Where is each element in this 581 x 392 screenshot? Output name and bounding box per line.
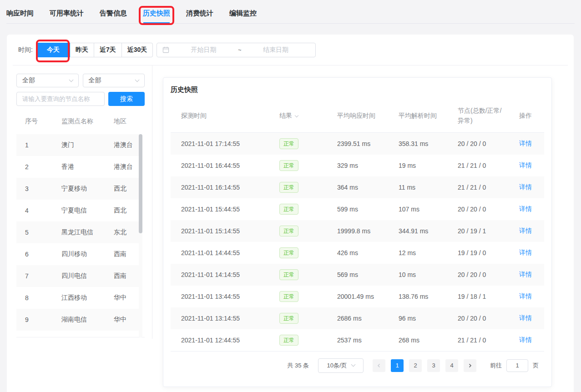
detail-link-inner[interactable]: 详情	[519, 249, 532, 256]
detail-link-inner[interactable]: 详情	[519, 292, 532, 300]
detail-link[interactable]: 详情	[509, 205, 544, 213]
node-row[interactable]: 1澳门港澳台	[16, 134, 141, 156]
probe-time: 2021-11-01 13:44:55	[171, 293, 269, 300]
probe-time: 2021-11-01 14:44:55	[171, 249, 269, 256]
node-counts: 19 / 18 / 1	[447, 293, 509, 300]
avg-resolve-time: 11 ms	[388, 184, 447, 191]
page-size-select[interactable]: 10条/页	[318, 358, 364, 373]
snapshot-row: 2021-11-01 13:14:55正常2686 ms96 ms20 / 20…	[171, 307, 544, 329]
detail-link-inner[interactable]: 详情	[519, 161, 532, 169]
node-counts: 20 / 19 / 1	[447, 227, 509, 235]
tab-edit-monitor[interactable]: 编辑监控	[229, 9, 257, 23]
snapshot-row: 2021-11-01 15:14:55正常19999.8 ms344.91 ms…	[171, 220, 544, 242]
node-index: 7	[25, 272, 61, 280]
end-date-placeholder[interactable]: 结束日期	[242, 46, 310, 54]
sort-caret-icon[interactable]	[295, 114, 298, 117]
page-button-2[interactable]: 2	[409, 359, 422, 372]
node-region: 东北	[114, 228, 141, 236]
detail-link-inner[interactable]: 详情	[519, 183, 532, 191]
snapshot-row: 2021-11-01 17:14:55正常2399.51 ms358.31 ms…	[171, 133, 544, 155]
tab-availability-stats[interactable]: 可用率统计	[50, 9, 84, 23]
tab-history-snapshot[interactable]: 历史快照	[143, 9, 170, 23]
avg-response-time: 2537 ms	[327, 337, 388, 344]
avg-response-time: 569 ms	[327, 271, 388, 278]
page-button-4[interactable]: 4	[445, 359, 458, 372]
avg-resolve-time: 107 ms	[388, 206, 447, 213]
page-button-3[interactable]: 3	[427, 359, 440, 372]
avg-response-time: 329 ms	[327, 162, 388, 169]
node-row[interactable]: 4宁夏电信西北	[16, 200, 141, 221]
status-badge-inner: 正常	[279, 226, 298, 236]
total-count: 共 35 条	[287, 362, 309, 370]
time-filter-row: 时间: 今天昨天近7天近30天 开始日期 ~ 结束日期	[13, 35, 568, 65]
node-name: 四川电信	[61, 272, 114, 280]
snapshot-col-3: 平均解析时间	[388, 111, 447, 121]
node-row[interactable]: 5黑龙江电信东北	[16, 221, 141, 243]
chevron-left-icon	[377, 363, 381, 368]
status-badge: 正常	[269, 247, 327, 258]
search-button[interactable]: 搜索	[108, 92, 145, 106]
goto-page-input[interactable]	[506, 359, 528, 372]
page-button-1[interactable]: 1	[391, 359, 404, 372]
detail-link[interactable]: 详情	[509, 314, 544, 322]
node-filter-select-2[interactable]: 全部	[83, 74, 145, 87]
node-col-2: 地区	[114, 117, 145, 126]
probe-time: 2021-11-01 14:14:55	[171, 271, 269, 278]
node-row[interactable]: 2香港港澳台	[16, 156, 141, 178]
scrollbar-track[interactable]	[139, 134, 142, 337]
node-name: 宁夏移动	[61, 185, 114, 193]
node-index: 5	[25, 229, 61, 236]
node-region: 西南	[114, 272, 141, 280]
detail-link[interactable]: 详情	[509, 249, 544, 257]
detail-link[interactable]: 详情	[509, 292, 544, 301]
next-page-button[interactable]	[464, 359, 476, 372]
snapshot-col-1[interactable]: 结果	[269, 111, 327, 121]
range-last7days[interactable]: 近7天	[94, 43, 122, 57]
detail-link-inner[interactable]: 详情	[519, 140, 532, 147]
detail-link[interactable]: 详情	[509, 271, 544, 279]
start-date-placeholder[interactable]: 开始日期	[169, 46, 238, 54]
node-row[interactable]: 8江西移动华中	[16, 287, 141, 309]
node-region: 华中	[114, 294, 141, 302]
detail-link[interactable]: 详情	[509, 140, 544, 148]
node-row[interactable]: 7四川电信西南	[16, 265, 141, 287]
node-name: 湖南电信	[61, 316, 114, 324]
date-range-picker[interactable]: 开始日期 ~ 结束日期	[157, 43, 316, 57]
detail-link[interactable]: 详情	[509, 336, 544, 344]
range-today[interactable]: 今天	[36, 43, 70, 57]
avg-response-time: 426 ms	[327, 249, 388, 256]
content-panel: 时间: 今天昨天近7天近30天 开始日期 ~ 结束日期 全部 全部	[7, 35, 574, 392]
detail-link-inner[interactable]: 详情	[519, 227, 532, 234]
detail-link[interactable]: 详情	[509, 183, 544, 191]
node-row[interactable]: 9湖南电信华中	[16, 309, 141, 331]
probe-time: 2021-11-01 12:44:55	[171, 337, 269, 344]
node-filter-select-1[interactable]: 全部	[16, 74, 79, 87]
range-yesterday[interactable]: 昨天	[70, 43, 94, 57]
detail-link-inner[interactable]: 详情	[519, 314, 532, 322]
node-row[interactable]: 3宁夏移动西北	[16, 178, 141, 200]
detail-link-inner[interactable]: 详情	[519, 205, 532, 212]
node-region: 港澳台	[114, 163, 141, 171]
detail-link[interactable]: 详情	[509, 161, 544, 170]
node-row[interactable]: 6四川移动西南	[16, 243, 141, 265]
scrollbar-thumb[interactable]	[139, 134, 142, 233]
status-badge: 正常	[269, 138, 327, 149]
page-word: 页	[533, 362, 539, 370]
detail-link-inner[interactable]: 详情	[519, 336, 532, 343]
snapshot-table-body: 2021-11-01 17:14:55正常2399.51 ms358.31 ms…	[171, 133, 544, 351]
node-search-input[interactable]	[16, 92, 105, 106]
tab-consumption-stats[interactable]: 消费统计	[186, 9, 213, 23]
detail-link[interactable]: 详情	[509, 227, 544, 235]
detail-link-inner[interactable]: 详情	[519, 271, 532, 278]
node-index: 6	[25, 251, 61, 258]
tab-response-time[interactable]: 响应时间	[6, 9, 34, 23]
node-index: 1	[25, 141, 61, 149]
snapshot-row: 2021-11-01 13:44:55正常20001.49 ms138.76 m…	[171, 286, 544, 307]
tab-alarm-info[interactable]: 告警信息	[100, 9, 127, 23]
prev-page-button[interactable]	[373, 359, 385, 372]
node-name: 香港	[61, 163, 114, 171]
node-region: 西南	[114, 250, 141, 258]
range-last30days[interactable]: 近30天	[122, 43, 153, 57]
avg-response-time: 19999.8 ms	[327, 227, 388, 235]
avg-resolve-time: 12 ms	[388, 249, 447, 256]
